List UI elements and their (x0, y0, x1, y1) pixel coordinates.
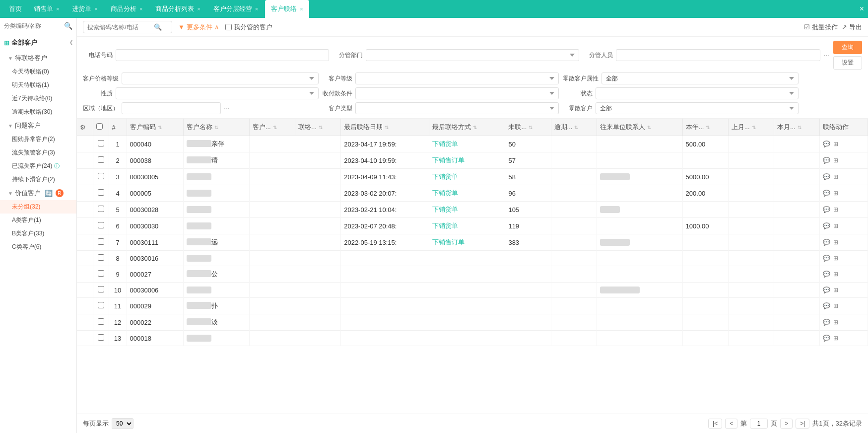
row-checkbox[interactable] (98, 334, 104, 341)
chat-icon[interactable]: 💬 (823, 335, 830, 342)
close-customer-mgmt-tab[interactable]: × (255, 6, 258, 12)
person-more-icon[interactable]: ··· (823, 51, 829, 59)
row-checkbox[interactable] (98, 140, 104, 146)
grid-action-icon[interactable]: ⊞ (833, 287, 838, 293)
grid-action-icon[interactable]: ⊞ (833, 319, 838, 326)
row-checkbox[interactable] (98, 318, 104, 325)
sidebar-search-input[interactable] (4, 22, 62, 29)
select-all-checkbox[interactable] (96, 123, 103, 130)
nav-tab-customer-mgmt[interactable]: 客户分层经营 × (207, 0, 264, 18)
chat-icon[interactable]: 💬 (823, 206, 830, 213)
chat-icon[interactable]: 💬 (823, 190, 830, 197)
nav-tab-product-analysis[interactable]: 商品分析 × (105, 0, 148, 18)
row-checkbox[interactable] (98, 286, 104, 292)
collapse-icon[interactable]: 《 (67, 39, 72, 47)
a-class[interactable]: A类客户(1) (0, 214, 76, 227)
last-method-link[interactable]: 下销售订单 (432, 156, 465, 164)
reset-btn[interactable]: 设置 (833, 56, 862, 70)
status-select[interactable] (596, 87, 799, 99)
row-checkbox[interactable] (98, 222, 104, 228)
overdue-pending[interactable]: 逾期未联络(30) (0, 105, 76, 119)
grid-action-icon[interactable]: ⊞ (833, 302, 838, 309)
person-input[interactable] (616, 49, 820, 61)
close-purchase-tab[interactable]: × (94, 6, 97, 12)
all-customers-header[interactable]: ⊞ 全部客户 《 (0, 34, 76, 51)
chat-icon[interactable]: 💬 (823, 141, 830, 147)
grid-action-icon[interactable]: ⊞ (833, 271, 838, 278)
col-settings[interactable]: ⚙ (77, 119, 93, 136)
nature-select[interactable] (116, 87, 319, 99)
grid-action-icon[interactable]: ⊞ (833, 239, 838, 246)
prev-page-btn[interactable]: < (725, 419, 737, 429)
row-checkbox[interactable] (98, 254, 104, 261)
last-method-link[interactable]: 下销货单 (432, 140, 458, 147)
page-number-input[interactable] (750, 419, 768, 429)
region-more-icon[interactable]: ··· (224, 104, 230, 112)
retail-customer-select[interactable]: 全部 (596, 102, 799, 114)
c-class[interactable]: C类客户(6) (0, 240, 76, 254)
first-page-btn[interactable]: |< (708, 419, 722, 429)
row-checkbox[interactable] (98, 206, 104, 212)
last-method-link[interactable]: 下销货单 (432, 222, 458, 229)
refresh-icon[interactable]: 🔄 (45, 190, 53, 197)
b-class[interactable]: B类客户(33) (0, 227, 76, 240)
more-conditions-btn[interactable]: ▼ 更多条件 ∧ (178, 23, 219, 32)
dept-select[interactable] (366, 49, 579, 61)
grid-action-icon[interactable]: ⊞ (833, 141, 838, 147)
last-method-link[interactable]: 下销货单 (432, 189, 458, 197)
next-page-btn[interactable]: > (780, 419, 793, 429)
price-level-select[interactable] (122, 72, 319, 84)
close-product-list-tab[interactable]: × (197, 6, 200, 12)
grid-action-icon[interactable]: ⊞ (833, 173, 838, 180)
chat-icon[interactable]: 💬 (823, 319, 830, 326)
tomorrow-pending[interactable]: 明天待联络(1) (0, 78, 76, 92)
batch-ops-btn[interactable]: ☑ 批量操作 (804, 23, 838, 32)
chat-icon[interactable]: 💬 (823, 157, 830, 164)
row-checkbox[interactable] (98, 189, 104, 196)
phone-input[interactable] (116, 49, 329, 61)
churn-warning[interactable]: 流失预警客户(3) (0, 146, 76, 159)
close-sales-tab[interactable]: × (56, 6, 59, 12)
row-checkbox[interactable] (98, 270, 104, 277)
row-checkbox[interactable] (98, 173, 104, 179)
churned[interactable]: 已流失客户(24) ⓘ (0, 159, 76, 173)
page-size-select[interactable]: 50 (112, 418, 134, 429)
last-method-link[interactable]: 下销货单 (432, 206, 458, 213)
chat-icon[interactable]: 💬 (823, 255, 830, 262)
customer-level-select[interactable] (355, 72, 558, 84)
grid-action-icon[interactable]: ⊞ (833, 335, 838, 342)
value-customers-group[interactable]: ▼ 价值客户 🔄 R (0, 186, 76, 200)
grid-action-icon[interactable]: ⊞ (833, 222, 838, 229)
nav-tab-customer-contact[interactable]: 客户联络 × (265, 0, 309, 18)
close-product-analysis-tab[interactable]: × (139, 6, 142, 12)
ungroup[interactable]: 未分组(32) (0, 200, 76, 214)
retail-attr-select[interactable]: 全部 (601, 72, 799, 84)
pending-contact-group[interactable]: ▼ 待联络客户 (0, 51, 76, 65)
hoarding-abnormal[interactable]: 囤购异常客户(2) (0, 133, 76, 146)
query-btn[interactable]: 查询 (833, 41, 862, 54)
row-checkbox[interactable] (98, 156, 104, 163)
nav-home[interactable]: 首页 (4, 0, 27, 18)
grid-action-icon[interactable]: ⊞ (833, 255, 838, 262)
payment-select[interactable] (355, 87, 558, 99)
problem-customers-group[interactable]: ▼ 问题客户 (0, 119, 76, 133)
chat-icon[interactable]: 💬 (823, 222, 830, 229)
export-btn[interactable]: ↗ 导出 (842, 23, 862, 32)
chat-icon[interactable]: 💬 (823, 271, 830, 278)
chat-icon[interactable]: 💬 (823, 302, 830, 309)
grid-action-icon[interactable]: ⊞ (833, 190, 838, 197)
nav-tab-purchase[interactable]: 进货单 × (66, 0, 103, 18)
grid-action-icon[interactable]: ⊞ (833, 157, 838, 164)
chat-icon[interactable]: 💬 (823, 287, 830, 293)
region-input[interactable] (122, 102, 221, 114)
close-customer-contact-tab[interactable]: × (300, 6, 303, 12)
search-input[interactable] (87, 24, 152, 31)
grid-action-icon[interactable]: ⊞ (833, 206, 838, 213)
today-pending[interactable]: 今天待联络(0) (0, 65, 76, 78)
chat-icon[interactable]: 💬 (823, 173, 830, 180)
customer-type-select[interactable] (355, 102, 558, 114)
last-page-btn[interactable]: >| (796, 419, 809, 429)
my-customers-checkbox[interactable]: 我分管的客户 (225, 23, 272, 32)
my-customers-check[interactable] (225, 24, 232, 30)
row-checkbox[interactable] (98, 238, 104, 245)
